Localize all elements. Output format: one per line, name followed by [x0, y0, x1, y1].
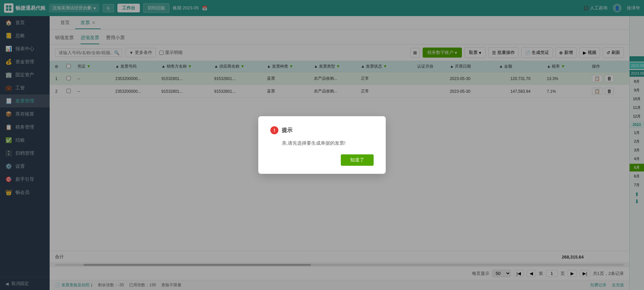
modal-confirm-button[interactable]: 知道了 [341, 154, 374, 166]
modal-box: ! 提示 亲,请先选择要生成单据的发票! 知道了 [258, 116, 386, 174]
modal-title: 提示 [282, 127, 292, 134]
modal-body: 亲,请先选择要生成单据的发票! [270, 140, 374, 146]
modal-overlay[interactable]: ! 提示 亲,请先选择要生成单据的发票! 知道了 [0, 0, 644, 290]
modal-footer: 知道了 [270, 154, 374, 166]
warning-icon: ! [270, 126, 278, 134]
modal-header: ! 提示 [270, 126, 374, 134]
